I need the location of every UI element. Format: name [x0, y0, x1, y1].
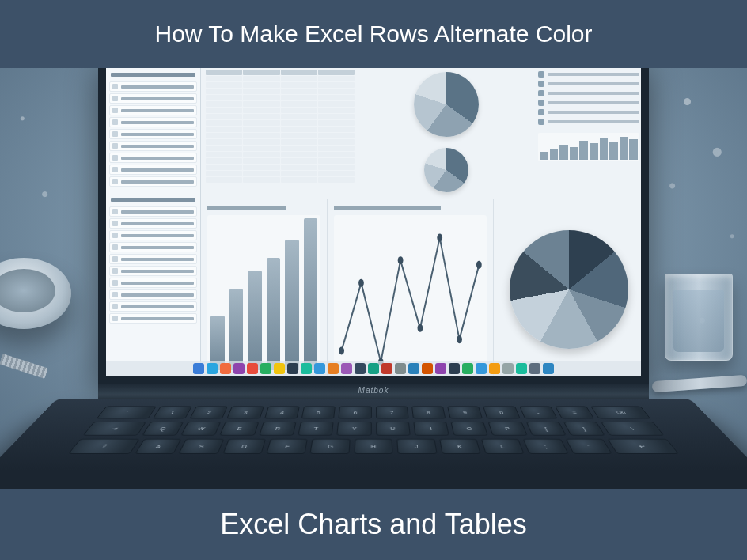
keyboard-key[interactable]: 3 — [227, 407, 264, 419]
keyboard-key[interactable]: D — [222, 439, 266, 454]
keyboard-key[interactable]: 4 — [264, 407, 300, 419]
keyboard-key[interactable]: ⌫ — [590, 407, 650, 419]
sidebar-item[interactable] — [109, 218, 197, 229]
dock-app-icon[interactable] — [233, 363, 245, 374]
sidebar-item[interactable] — [109, 313, 197, 324]
dock-app-icon[interactable] — [543, 363, 554, 374]
keyboard-key[interactable]: T — [298, 422, 334, 435]
sidebar-item[interactable] — [109, 289, 197, 300]
keyboard-key[interactable]: I — [413, 422, 449, 435]
dock-app-icon[interactable] — [341, 363, 352, 374]
keyboard-key[interactable]: F — [266, 439, 308, 454]
sidebar-item[interactable] — [109, 301, 197, 312]
sidebar-item[interactable] — [109, 206, 197, 217]
sidebar-item[interactable] — [109, 105, 197, 115]
table-cell — [206, 133, 242, 138]
keyboard-key[interactable]: ; — [523, 439, 568, 454]
keyboard-key[interactable]: ` — [97, 407, 157, 419]
sidebar-item[interactable] — [109, 153, 197, 163]
laptop-brand-text: Matbok — [358, 386, 389, 395]
keyboard-key[interactable]: E — [220, 422, 259, 435]
sidebar-item[interactable] — [109, 242, 197, 252]
dock-app-icon[interactable] — [314, 363, 325, 374]
dock-app-icon[interactable] — [274, 363, 285, 374]
dock-app-icon[interactable] — [301, 363, 312, 374]
keyboard-key[interactable]: G — [310, 439, 351, 454]
keyboard-key[interactable]: 8 — [411, 407, 446, 419]
keyboard-key[interactable]: O — [451, 422, 489, 435]
keyboard-key[interactable]: = — [555, 407, 594, 419]
sidebar-item[interactable] — [109, 230, 197, 240]
keyboard-key[interactable]: 2 — [190, 407, 229, 419]
keyboard-key[interactable]: ' — [565, 439, 612, 454]
dock-app-icon[interactable] — [328, 363, 339, 374]
sidebar-item[interactable] — [109, 165, 197, 175]
sidebar-item[interactable] — [109, 93, 197, 104]
dock-app-icon[interactable] — [247, 363, 258, 374]
table-cell — [243, 95, 279, 100]
table-cell — [243, 120, 279, 126]
svg-point-3 — [398, 256, 404, 264]
bar — [229, 289, 244, 370]
sidebar-item[interactable] — [109, 129, 197, 139]
table-cell — [281, 139, 317, 145]
keyboard-key[interactable]: [ — [525, 422, 566, 435]
table-cell — [206, 82, 242, 88]
keyboard-key[interactable]: 9 — [447, 407, 483, 419]
sidebar-heading — [111, 73, 195, 77]
keyboard-key[interactable]: H — [354, 439, 393, 454]
dock-app-icon[interactable] — [395, 363, 406, 374]
keyboard-key[interactable]: ⇪ — [68, 439, 139, 454]
keyboard-key[interactable]: W — [180, 422, 221, 435]
sidebar-item[interactable] — [109, 81, 197, 92]
dock-app-icon[interactable] — [220, 363, 231, 374]
bar-chart-card — [201, 199, 328, 376]
dock-app-icon[interactable] — [422, 363, 433, 374]
keyboard-key[interactable]: Q — [142, 422, 184, 435]
dock-app-icon[interactable] — [355, 363, 366, 374]
dock-app-icon[interactable] — [462, 363, 473, 374]
keyboard-key[interactable]: K — [439, 439, 481, 454]
keyboard-key[interactable]: ⇥ — [83, 422, 146, 435]
keyboard-key[interactable]: L — [481, 439, 525, 454]
keyboard-key[interactable]: Y — [336, 422, 371, 435]
dock-app-icon[interactable] — [381, 363, 392, 374]
sidebar-item[interactable] — [109, 266, 197, 276]
keyboard-key[interactable]: \ — [601, 422, 664, 435]
legend-item — [538, 109, 639, 115]
keyboard-key[interactable]: P — [488, 422, 527, 435]
keyboard-key[interactable]: 0 — [483, 407, 521, 419]
dock-app-icon[interactable] — [502, 363, 514, 374]
dock-app-icon[interactable] — [516, 363, 527, 374]
sidebar-item[interactable] — [109, 254, 197, 264]
keyboard-key[interactable]: J — [396, 439, 437, 454]
sidebar-item[interactable] — [109, 117, 197, 127]
keyboard-key[interactable]: 7 — [376, 407, 409, 419]
keyboard-key[interactable]: - — [519, 407, 558, 419]
keyboard-key[interactable]: ] — [563, 422, 605, 435]
dock-app-icon[interactable] — [529, 363, 540, 374]
dock-app-icon[interactable] — [368, 363, 379, 374]
dock-app-icon[interactable] — [476, 363, 487, 374]
keyboard-key[interactable]: S — [178, 439, 223, 454]
dock-app-icon[interactable] — [207, 363, 218, 374]
keyboard-key[interactable]: ↵ — [608, 439, 679, 454]
table-cell — [243, 177, 279, 183]
dock-app-icon[interactable] — [287, 363, 298, 374]
sidebar-item[interactable] — [109, 278, 197, 288]
header-title: How To Make Excel Rows Alternate Color — [154, 21, 592, 47]
dock-app-icon[interactable] — [449, 363, 460, 374]
keyboard-key[interactable]: 5 — [301, 407, 336, 419]
dock-app-icon[interactable] — [489, 363, 500, 374]
sidebar-item[interactable] — [109, 141, 197, 151]
keyboard-key[interactable]: R — [259, 422, 297, 435]
dock-app-icon[interactable] — [435, 363, 446, 374]
keyboard-key[interactable]: 6 — [339, 407, 372, 419]
keyboard-key[interactable]: U — [376, 422, 411, 435]
dock-app-icon[interactable] — [260, 363, 271, 374]
dock-app-icon[interactable] — [193, 363, 204, 374]
keyboard-key[interactable]: 1 — [152, 407, 191, 419]
sidebar-item[interactable] — [109, 176, 197, 187]
dock-app-icon[interactable] — [408, 363, 419, 374]
keyboard-key[interactable]: A — [135, 439, 182, 454]
